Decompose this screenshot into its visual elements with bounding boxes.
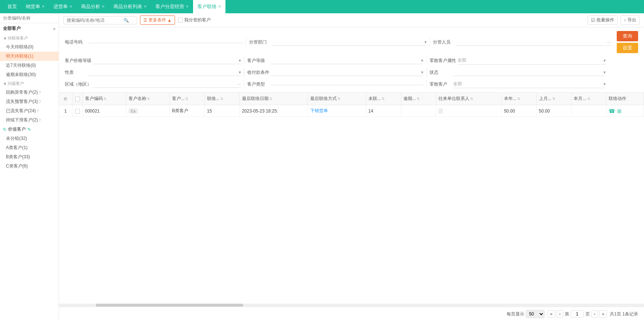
col-header-overdue: 逾期...⇅: [401, 93, 436, 105]
nav-next-button[interactable]: ›: [591, 310, 598, 318]
sidebar-item-tomorrow[interactable]: 明天待联络(1): [0, 52, 59, 61]
sort-icon-year[interactable]: ⇅: [517, 97, 520, 101]
scrollbar-thumb[interactable]: [96, 304, 243, 307]
edit-icon[interactable]: ✎: [27, 127, 31, 132]
filter-phone: 电话号码: [65, 39, 243, 45]
sidebar-item-declining[interactable]: 持续下滑客户(2) ?: [0, 115, 59, 125]
sidebar-item-lost-customers[interactable]: 已流失客户(24) ?: [0, 106, 59, 115]
search-input[interactable]: [67, 18, 122, 23]
row-check-0[interactable]: [75, 109, 80, 114]
nav-product-analysis[interactable]: 商品分析 ✕: [77, 0, 109, 13]
nav-purchase-order[interactable]: 进货单 ✕: [49, 0, 77, 13]
filter-scattered: 零散客户 全部 ▾: [430, 80, 606, 88]
header-checkbox[interactable]: [75, 97, 80, 101]
nav-sales-order[interactable]: 销货单 ✕: [21, 0, 49, 13]
filter-customer-type-select[interactable]: [271, 83, 423, 85]
all-customers-header[interactable]: 全部客户 «: [0, 23, 59, 34]
filter-scattered-attr-select[interactable]: 全部 ▾: [458, 56, 606, 65]
refresh-icon[interactable]: ↻: [3, 127, 7, 132]
row-contact-count: 15: [204, 105, 239, 117]
last-method-link[interactable]: 下销货单: [310, 108, 328, 113]
filter-person: 分管人员 ···: [433, 39, 611, 46]
sort-icon-person[interactable]: ⇅: [470, 97, 473, 101]
more-conditions-button[interactable]: ☰ 更多条件 ▲: [140, 15, 175, 25]
horizontal-scrollbar[interactable]: [59, 304, 644, 307]
nav-customer-tier[interactable]: 客户分层经营 ✕: [151, 0, 193, 13]
filter-price-level: 客户价格等级 ▾: [65, 57, 241, 64]
sidebar-search-input[interactable]: [3, 15, 58, 21]
sort-icon-date[interactable]: ⇅: [269, 97, 272, 101]
sidebar-item-today[interactable]: 今天待联络(0): [0, 42, 59, 52]
nav-close-product-analysis[interactable]: ✕: [102, 0, 105, 13]
sort-icon-overdue[interactable]: ⇅: [417, 97, 420, 101]
group-problem-customers: ▼ 问题客户: [0, 79, 59, 88]
nav-prev-button[interactable]: ‹: [557, 310, 563, 318]
sidebar-item-7days[interactable]: 近7天待联络(0): [0, 61, 59, 70]
help-icon-churn: ?: [39, 100, 41, 104]
my-customers-check[interactable]: [178, 18, 183, 23]
row-uncontacted: 14: [366, 105, 401, 117]
col-header-checkbox[interactable]: [72, 93, 83, 105]
filter-phone-input[interactable]: [88, 41, 243, 43]
help-icon-repurchase: ?: [39, 90, 41, 95]
row-actions: ☎ ⊞: [606, 105, 644, 117]
sidebar-item-churn-warning[interactable]: 流失预警客户(3) ?: [0, 97, 59, 106]
batch-operation-button[interactable]: ☑ 批量操作: [588, 15, 617, 25]
table-row: 1 000021 Ea B类客户 15 2023-05-23 18:25: 下销…: [59, 105, 644, 117]
filter-person-select[interactable]: ···: [456, 39, 611, 46]
nav-last-button[interactable]: »: [599, 310, 607, 318]
sidebar-item-repurchase-anomaly[interactable]: 回购异常客户(2) ?: [0, 88, 59, 97]
sort-icon-last-month[interactable]: ⇅: [552, 97, 555, 101]
filter-dept-select[interactable]: ▾: [273, 39, 427, 46]
nav-close-customer-contact[interactable]: ✕: [218, 0, 221, 13]
col-header-this-month: 本月...⇅: [571, 93, 606, 105]
filter-payment-select[interactable]: ▾: [271, 69, 423, 76]
content-area: 🔍 ☰ 更多条件 ▲ 我分管的客户 ☑ 批量操作 ↑ 导出: [59, 13, 644, 321]
filter-customer-level: 客户等级 ▾: [247, 57, 423, 64]
row-contact-person: [436, 105, 501, 117]
nav-close-sales[interactable]: ✕: [42, 0, 45, 13]
filter-region-select[interactable]: ···: [93, 81, 241, 88]
nav-close-customer-tier[interactable]: ✕: [186, 0, 189, 13]
export-button[interactable]: ↑ 导出: [620, 15, 640, 25]
export-icon: ↑: [624, 18, 626, 23]
sort-icon-name[interactable]: ⇅: [147, 97, 150, 101]
page-size-select[interactable]: 50 10 20 100: [526, 310, 545, 318]
phone-action-icon[interactable]: ☎: [609, 108, 615, 114]
col-header-gear[interactable]: [59, 93, 72, 105]
filter-dept: 分管部门 ▾: [249, 39, 427, 46]
group-pending-contact: ▼ 待联络客户: [0, 34, 59, 42]
sidebar-item-class-a[interactable]: A类客户(1): [0, 143, 59, 152]
page-number-input[interactable]: [571, 310, 584, 318]
sidebar-item-class-b[interactable]: B类客户(33): [0, 152, 59, 162]
chevron-down-icon-8: ▾: [603, 82, 606, 87]
sort-icon-method[interactable]: ⇅: [337, 97, 340, 101]
sort-icon-this-month[interactable]: ⇅: [587, 97, 590, 101]
row-last-method[interactable]: 下销货单: [308, 105, 366, 117]
filter-price-select[interactable]: ▾: [93, 57, 241, 64]
qr-action-icon[interactable]: ⊞: [617, 108, 622, 114]
nav-close-purchase[interactable]: ✕: [69, 0, 72, 13]
sidebar-item-class-c[interactable]: C类客户(6): [0, 162, 59, 171]
nav-product-analysis-list[interactable]: 商品分析列表 ✕: [109, 0, 151, 13]
sort-icon-uncontacted[interactable]: ⇅: [382, 97, 385, 101]
sort-icon-code[interactable]: ⇅: [104, 97, 106, 101]
sort-icon-contact[interactable]: ⇅: [220, 97, 223, 101]
filter-customer-level-select[interactable]: ▾: [271, 57, 423, 64]
gear-icon[interactable]: [63, 96, 67, 101]
settings-button[interactable]: 设置: [617, 43, 638, 53]
my-customers-checkbox[interactable]: 我分管的客户: [178, 17, 211, 23]
nav-home[interactable]: 首页: [3, 0, 21, 13]
query-button[interactable]: 查询: [617, 31, 638, 41]
sidebar-item-ungrouped[interactable]: 未分组(32): [0, 134, 59, 143]
nav-customer-contact[interactable]: 客户联络 ✕: [193, 0, 225, 13]
sidebar-item-overdue[interactable]: 逾期未联络(30): [0, 70, 59, 79]
filter-scattered-select[interactable]: 全部 ▾: [453, 80, 606, 88]
row-checkbox[interactable]: [72, 105, 83, 117]
filter-nature-select[interactable]: ▾: [88, 69, 241, 76]
nav-close-product-list[interactable]: ✕: [144, 0, 147, 13]
search-icon[interactable]: 🔍: [123, 18, 129, 23]
nav-first-button[interactable]: «: [547, 310, 555, 318]
filter-status-select[interactable]: ▾: [453, 69, 606, 76]
sort-icon-type[interactable]: ⇅: [185, 97, 188, 101]
